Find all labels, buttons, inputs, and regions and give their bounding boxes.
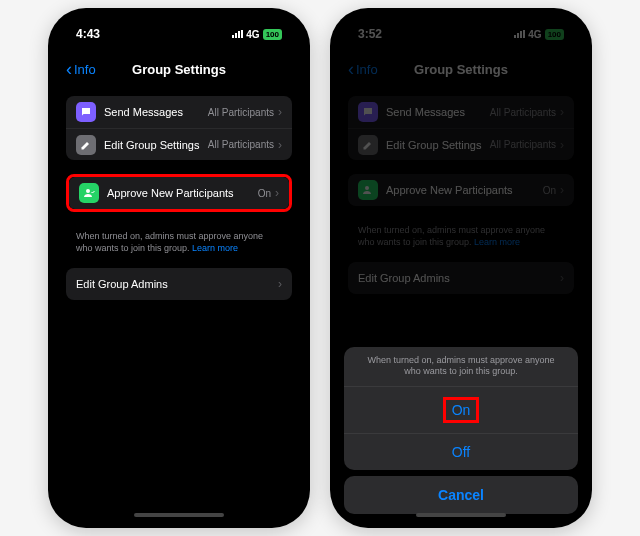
page-title: Group Settings bbox=[414, 62, 508, 77]
home-indicator[interactable] bbox=[416, 513, 506, 517]
section-permissions: Send Messages All Participants › Edit Gr… bbox=[348, 96, 574, 160]
status-right: 4G 100 bbox=[514, 29, 564, 40]
footer-text: When turned on, admins must approve anyo… bbox=[348, 220, 574, 248]
status-time: 3:52 bbox=[358, 27, 382, 41]
back-button[interactable]: ‹ Info bbox=[66, 60, 96, 78]
pencil-icon bbox=[76, 135, 96, 155]
approve-icon bbox=[358, 180, 378, 200]
nav-bar: ‹ Info Group Settings bbox=[56, 52, 302, 86]
screen-left: 4:43 4G 100 ‹ Info Group Settings Send M… bbox=[56, 16, 302, 520]
row-label: Edit Group Admins bbox=[76, 278, 278, 290]
sheet-cancel-button[interactable]: Cancel bbox=[344, 476, 578, 514]
sheet-option-off[interactable]: Off bbox=[344, 434, 578, 470]
row-value: All Participants bbox=[490, 107, 556, 118]
chevron-left-icon: ‹ bbox=[348, 60, 354, 78]
row-approve-participants[interactable]: Approve New Participants On › bbox=[69, 177, 289, 209]
chevron-right-icon: › bbox=[275, 186, 279, 200]
svg-point-1 bbox=[365, 186, 369, 190]
signal-bars-icon bbox=[232, 30, 243, 38]
section-admins: Edit Group Admins › bbox=[348, 262, 574, 294]
status-right: 4G 100 bbox=[232, 29, 282, 40]
chevron-right-icon: › bbox=[560, 138, 564, 152]
notch bbox=[423, 14, 499, 32]
row-value: All Participants bbox=[490, 139, 556, 150]
chat-icon bbox=[76, 102, 96, 122]
signal-bars-icon bbox=[514, 30, 525, 38]
sheet-message: When turned on, admins must approve anyo… bbox=[344, 347, 578, 387]
section-approve-highlight: Approve New Participants On › bbox=[66, 174, 292, 212]
back-button[interactable]: ‹ Info bbox=[348, 60, 378, 78]
action-sheet: When turned on, admins must approve anyo… bbox=[338, 341, 584, 520]
row-label: Send Messages bbox=[386, 106, 490, 118]
chevron-right-icon: › bbox=[278, 138, 282, 152]
row-edit-group-admins[interactable]: Edit Group Admins › bbox=[66, 268, 292, 300]
svg-point-0 bbox=[86, 189, 90, 193]
notch bbox=[141, 14, 217, 32]
row-label: Approve New Participants bbox=[386, 184, 543, 196]
content: Send Messages All Participants › Edit Gr… bbox=[338, 86, 584, 294]
row-value: All Participants bbox=[208, 107, 274, 118]
screen-right: 3:52 4G 100 ‹ Info Group Settings Send M… bbox=[338, 16, 584, 520]
learn-more-link[interactable]: Learn more bbox=[192, 243, 238, 253]
row-value: On bbox=[543, 185, 556, 196]
section-approve: Approve New Participants On › bbox=[348, 174, 574, 206]
row-edit-group-settings[interactable]: Edit Group Settings All Participants › bbox=[66, 128, 292, 160]
status-time: 4:43 bbox=[76, 27, 100, 41]
battery-icon: 100 bbox=[545, 29, 564, 40]
section-permissions: Send Messages All Participants › Edit Gr… bbox=[66, 96, 292, 160]
chevron-right-icon: › bbox=[278, 277, 282, 291]
home-indicator[interactable] bbox=[134, 513, 224, 517]
row-label: Approve New Participants bbox=[107, 187, 258, 199]
footer-text: When turned on, admins must approve anyo… bbox=[66, 226, 292, 254]
signal-label: 4G bbox=[528, 29, 541, 40]
row-approve-participants[interactable]: Approve New Participants On › bbox=[348, 174, 574, 206]
phone-right: 3:52 4G 100 ‹ Info Group Settings Send M… bbox=[330, 8, 592, 528]
back-label: Info bbox=[356, 62, 378, 77]
chevron-right-icon: › bbox=[278, 105, 282, 119]
on-highlight: On bbox=[443, 397, 480, 423]
row-label: Edit Group Settings bbox=[104, 139, 208, 151]
sheet-option-on[interactable]: On bbox=[344, 387, 578, 434]
row-label: Edit Group Admins bbox=[358, 272, 560, 284]
row-send-messages[interactable]: Send Messages All Participants › bbox=[348, 96, 574, 128]
row-edit-group-admins[interactable]: Edit Group Admins › bbox=[348, 262, 574, 294]
phone-left: 4:43 4G 100 ‹ Info Group Settings Send M… bbox=[48, 8, 310, 528]
page-title: Group Settings bbox=[132, 62, 226, 77]
pencil-icon bbox=[358, 135, 378, 155]
back-label: Info bbox=[74, 62, 96, 77]
row-label: Send Messages bbox=[104, 106, 208, 118]
signal-label: 4G bbox=[246, 29, 259, 40]
section-admins: Edit Group Admins › bbox=[66, 268, 292, 300]
chevron-left-icon: ‹ bbox=[66, 60, 72, 78]
sheet-group: When turned on, admins must approve anyo… bbox=[344, 347, 578, 470]
row-value: All Participants bbox=[208, 139, 274, 150]
nav-bar: ‹ Info Group Settings bbox=[338, 52, 584, 86]
approve-icon bbox=[79, 183, 99, 203]
chevron-right-icon: › bbox=[560, 271, 564, 285]
row-edit-group-settings[interactable]: Edit Group Settings All Participants › bbox=[348, 128, 574, 160]
row-value: On bbox=[258, 188, 271, 199]
content: Send Messages All Participants › Edit Gr… bbox=[56, 86, 302, 300]
chevron-right-icon: › bbox=[560, 105, 564, 119]
chat-icon bbox=[358, 102, 378, 122]
battery-icon: 100 bbox=[263, 29, 282, 40]
learn-more-link[interactable]: Learn more bbox=[474, 237, 520, 247]
chevron-right-icon: › bbox=[560, 183, 564, 197]
row-send-messages[interactable]: Send Messages All Participants › bbox=[66, 96, 292, 128]
row-label: Edit Group Settings bbox=[386, 139, 490, 151]
